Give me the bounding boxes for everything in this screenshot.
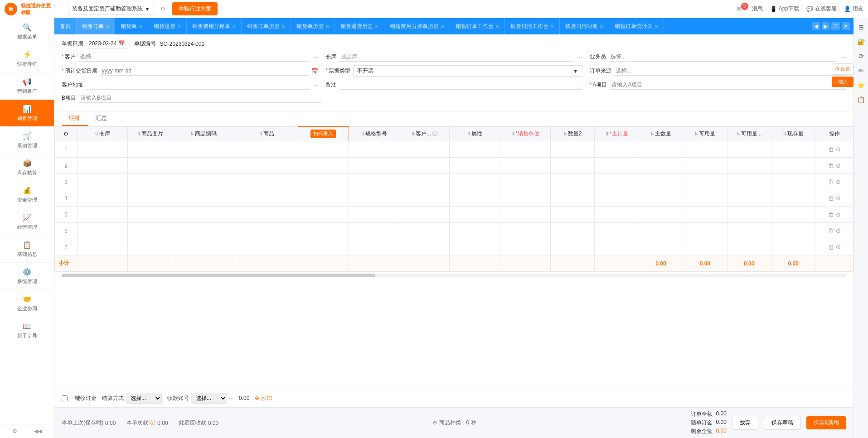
row-1-attr[interactable] bbox=[450, 141, 500, 158]
delete-row-3-btn[interactable]: 🗑 bbox=[828, 178, 834, 185]
row-1-product[interactable] bbox=[235, 141, 298, 158]
right-panel-icon-6[interactable]: 📋 bbox=[856, 94, 867, 105]
staff-more-btn[interactable]: ··· bbox=[841, 53, 846, 61]
tab-cash-workbench[interactable]: 钱货日清工作台 ✕ bbox=[505, 18, 560, 34]
message-button[interactable]: ✉ 9 消息 bbox=[737, 5, 763, 13]
a-project-input[interactable] bbox=[610, 80, 846, 90]
order-source-input[interactable] bbox=[614, 66, 846, 76]
row-5-avail-qty2[interactable] bbox=[727, 207, 771, 223]
row-6-avail-qty[interactable] bbox=[683, 223, 727, 239]
tab-close-sales-return[interactable]: ✕ bbox=[177, 24, 181, 29]
row-6-product[interactable] bbox=[235, 223, 298, 239]
detail-tab-detail[interactable]: 明细 bbox=[62, 111, 88, 126]
row-1-customer-code[interactable] bbox=[399, 141, 449, 158]
row-5-image[interactable] bbox=[128, 207, 172, 223]
sort-spec-icon[interactable]: ⇅ bbox=[361, 131, 364, 136]
customer-input[interactable] bbox=[78, 52, 310, 62]
row-6-code[interactable] bbox=[172, 223, 235, 239]
row-2-qty2[interactable] bbox=[550, 158, 594, 174]
row-3-main-qty[interactable] bbox=[639, 174, 683, 190]
tab-return-history[interactable]: 销货退货历史 ✕ bbox=[335, 18, 384, 34]
row-1-scan[interactable] bbox=[298, 141, 349, 158]
row-7-current-qty[interactable] bbox=[771, 239, 815, 255]
copy-row-7-btn[interactable]: ⊙ bbox=[836, 244, 841, 250]
row-7-scan[interactable] bbox=[298, 239, 349, 255]
row-5-unit[interactable] bbox=[500, 207, 550, 223]
row-2-avail-qty2[interactable] bbox=[727, 158, 771, 174]
th-scan[interactable]: 扫码录入 bbox=[298, 127, 349, 141]
row-7-avail-qty2[interactable] bbox=[727, 239, 771, 255]
copy-row-5-btn[interactable]: ⊙ bbox=[836, 211, 841, 218]
sidebar-item-basic-info[interactable]: 📋 基础信息 bbox=[0, 236, 54, 263]
row-3-avail-qty2[interactable] bbox=[727, 174, 771, 190]
horizontal-scrollbar[interactable] bbox=[62, 274, 846, 277]
tab-home[interactable]: 首页 bbox=[54, 18, 77, 34]
row-7-product[interactable] bbox=[235, 239, 298, 255]
row-4-scan[interactable] bbox=[298, 190, 349, 207]
sidebar-item-search[interactable]: 🔍 搜索菜单 bbox=[0, 18, 54, 45]
copy-row-4-btn[interactable]: ⊙ bbox=[836, 195, 841, 202]
tab-close-cash-reconcile[interactable]: ✕ bbox=[600, 24, 603, 29]
warehouse-input[interactable] bbox=[339, 52, 574, 62]
row-4-main-qty[interactable] bbox=[639, 190, 683, 207]
row-2-current-qty[interactable] bbox=[771, 158, 815, 174]
sort-current-qty-icon[interactable]: ⇅ bbox=[783, 131, 786, 136]
settings-float-btn[interactable]: ⚙ 设置 bbox=[832, 63, 853, 75]
row-1-avail-qty[interactable] bbox=[683, 141, 727, 158]
sort-qty2-icon[interactable]: ⇅ bbox=[563, 131, 567, 136]
row-2-main-unit[interactable] bbox=[595, 158, 639, 174]
row-3-warehouse[interactable] bbox=[78, 174, 128, 190]
sidebar-item-finance[interactable]: 💰 资金管理 bbox=[0, 181, 54, 208]
delivery-date-input[interactable] bbox=[100, 66, 309, 76]
remark-input[interactable] bbox=[339, 80, 582, 90]
row-2-main-qty[interactable] bbox=[639, 158, 683, 174]
tab-order-history[interactable]: 销售订单历史 ✕ bbox=[242, 18, 291, 34]
row-3-code[interactable] bbox=[172, 174, 235, 190]
row-1-warehouse[interactable] bbox=[78, 141, 128, 158]
row-1-spec[interactable] bbox=[349, 141, 399, 158]
sort-main-qty-icon[interactable]: ⇅ bbox=[650, 131, 654, 136]
row-5-main-unit[interactable] bbox=[595, 207, 639, 223]
sort-image-icon[interactable]: ⇅ bbox=[137, 131, 141, 136]
one-click-checkbox[interactable]: 一键收订金 bbox=[62, 395, 97, 402]
customer-addr-input[interactable] bbox=[86, 80, 310, 90]
customer-addr-more-btn[interactable]: ··· bbox=[313, 82, 319, 89]
sort-avail-qty2-icon[interactable]: ⇅ bbox=[737, 131, 740, 136]
th-setting[interactable]: ⚙ bbox=[55, 127, 78, 141]
sidebar-item-guide[interactable]: 📖 新手引导 bbox=[0, 317, 54, 344]
tab-close-expense-split[interactable]: ✕ bbox=[232, 24, 236, 29]
row-3-spec[interactable] bbox=[349, 174, 399, 190]
row-5-main-qty[interactable] bbox=[639, 207, 683, 223]
row-7-customer-code[interactable] bbox=[399, 239, 449, 255]
tab-close-order-workbench[interactable]: ✕ bbox=[495, 24, 499, 29]
tab-close-cash-workbench[interactable]: ✕ bbox=[550, 24, 554, 29]
discard-button[interactable]: 放弃 bbox=[732, 416, 758, 430]
customer-more-btn[interactable]: ··· bbox=[313, 53, 319, 61]
row-2-spec[interactable] bbox=[349, 158, 399, 174]
delete-row-6-btn[interactable]: 🗑 bbox=[828, 227, 834, 234]
delete-row-2-btn[interactable]: 🗑 bbox=[828, 162, 834, 169]
row-2-unit[interactable] bbox=[500, 158, 550, 174]
tab-prev-btn[interactable]: ◀ bbox=[812, 22, 820, 30]
row-6-warehouse[interactable] bbox=[78, 223, 128, 239]
row-3-unit[interactable] bbox=[500, 174, 550, 190]
row-7-warehouse[interactable] bbox=[78, 239, 128, 255]
current-due-info[interactable]: ⓘ bbox=[150, 419, 155, 427]
row-5-customer-code[interactable] bbox=[399, 207, 449, 223]
row-4-attr[interactable] bbox=[450, 190, 500, 207]
row-5-qty2[interactable] bbox=[550, 207, 594, 223]
row-1-avail-qty2[interactable] bbox=[727, 141, 771, 158]
sidebar-item-marketing[interactable]: 📢 营销推广 bbox=[0, 72, 54, 100]
row-2-scan[interactable] bbox=[298, 158, 349, 174]
row-6-spec[interactable] bbox=[349, 223, 399, 239]
tab-invoice-history[interactable]: 销货单历史 ✕ bbox=[291, 18, 335, 34]
row-1-main-unit[interactable] bbox=[595, 141, 639, 158]
row-6-qty2[interactable] bbox=[550, 223, 594, 239]
delete-row-1-btn[interactable]: 🗑 bbox=[828, 146, 834, 153]
row-6-unit[interactable] bbox=[500, 223, 550, 239]
add-float-btn[interactable]: + 物流 bbox=[832, 77, 853, 87]
row-4-unit[interactable] bbox=[500, 190, 550, 207]
row-5-spec[interactable] bbox=[349, 207, 399, 223]
sort-attr-icon[interactable]: ⇅ bbox=[467, 131, 470, 136]
row-3-main-unit[interactable] bbox=[595, 174, 639, 190]
